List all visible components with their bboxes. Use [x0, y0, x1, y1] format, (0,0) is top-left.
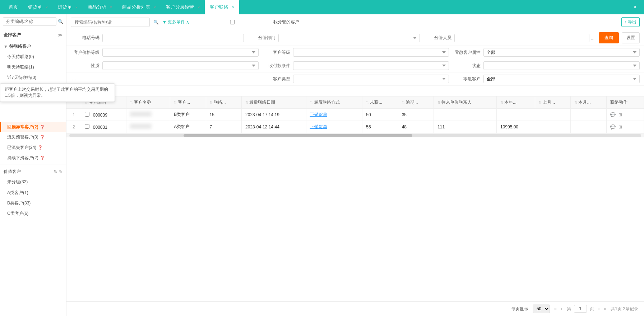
next-page-button[interactable]: › — [597, 306, 601, 312]
sidebar-divider — [0, 165, 66, 165]
row-checkbox-1[interactable] — [85, 112, 89, 117]
table-toolbar: ⚙ — [66, 86, 644, 96]
sidebar-item-repurchase-anomaly[interactable]: 回购异常客户(2) ❓ — [0, 122, 66, 132]
page-number-input[interactable] — [574, 305, 587, 313]
close-icon[interactable]: × — [46, 5, 48, 9]
chat-icon[interactable]: 💬 — [610, 124, 616, 129]
page-unit: 页 — [588, 305, 596, 313]
retail-customer-select[interactable]: 全部 — [483, 75, 640, 83]
query-button[interactable]: 查询 — [599, 32, 619, 43]
phone-input[interactable] — [102, 34, 244, 42]
more-action-icon[interactable]: ⊞ — [618, 124, 622, 129]
th-this-year[interactable]: 本年... — [496, 96, 535, 109]
sidebar-section-pending[interactable]: ▼ 待联络客户 — [0, 41, 66, 52]
more-action-icon[interactable]: ⊞ — [618, 112, 622, 117]
retail-attr-select[interactable]: 全部 — [483, 48, 640, 57]
search-input[interactable] — [71, 18, 150, 27]
more-conditions-button[interactable]: ▼ 更多条件 ∧ — [162, 19, 189, 25]
th-contact-count[interactable]: 联络... — [206, 96, 241, 109]
sidebar-item-today[interactable]: 今天待联络(0) — [0, 52, 66, 62]
th-last-date[interactable]: 最后联络日期 — [242, 96, 306, 109]
row-checkbox-2[interactable] — [85, 124, 89, 129]
question-icon[interactable]: ❓ — [40, 155, 45, 161]
nav-item-home[interactable]: 首页 — [4, 0, 23, 14]
row-last-method-1[interactable]: 下销货单 — [306, 109, 362, 121]
row-last-method-2[interactable]: 下销货单 — [306, 121, 362, 133]
manager-input[interactable] — [454, 34, 589, 42]
sidebar-search-input[interactable] — [3, 17, 56, 26]
horizontal-scrollbar[interactable] — [66, 133, 644, 137]
search-button[interactable]: 🔍 — [153, 20, 159, 25]
scrollbar-thumb[interactable] — [184, 134, 412, 137]
question-icon[interactable]: ❓ — [40, 134, 45, 141]
sidebar-item-b-class[interactable]: B类客户(33) — [0, 198, 66, 208]
nav-item-customer-layer[interactable]: 客户分层经营 × — [161, 0, 205, 14]
pagination: 每页显示 50 « ‹ 第 页 › » 共1页 2条记录 — [66, 301, 644, 316]
edit-icon[interactable]: ✎ — [59, 169, 62, 174]
sidebar-item-7days[interactable]: 近7天待联络(0) — [0, 72, 66, 83]
my-customer-checkbox[interactable] — [193, 20, 272, 24]
filter-extra-dots: ... — [71, 76, 259, 81]
sidebar-item-a-class[interactable]: A类客户(1) — [0, 188, 66, 198]
th-contact-person[interactable]: 往来单位联系人 — [434, 96, 497, 109]
th-type[interactable]: 客户... — [170, 96, 206, 109]
nav-item-customer-contact[interactable]: 客户联络 × — [205, 0, 239, 14]
last-method-link-2[interactable]: 下销货单 — [310, 124, 327, 129]
chat-icon[interactable]: 💬 — [610, 112, 616, 117]
main-layout: 🔍 全部客户 ≫ ▼ 待联络客户 今天待联络(0) 明天待联络(1) 近7天待联… — [0, 14, 644, 316]
page-label: 第 — [565, 305, 573, 313]
prev-page-button[interactable]: ‹ — [560, 306, 564, 312]
payment-select[interactable] — [293, 61, 449, 70]
th-last-month[interactable]: 上月... — [535, 96, 571, 109]
row-name-1 — [126, 109, 170, 121]
refresh-icon[interactable]: ↻ — [54, 169, 57, 174]
th-last-method[interactable]: 最后联络方式 — [306, 96, 362, 109]
filter-row-2: 客户价格等级 客户等级 零散客户属性 全部 — [66, 46, 644, 59]
sidebar-item-declining[interactable]: 持续下滑客户(2) ❓ — [0, 153, 66, 163]
sidebar-item-tomorrow[interactable]: 明天待联络(1) — [0, 62, 66, 72]
row-contact-1: 15 — [206, 109, 241, 121]
extra-dots[interactable]: ... — [71, 76, 77, 81]
status-select[interactable] — [483, 61, 640, 70]
sidebar-all-customer-header[interactable]: 全部客户 ≫ — [0, 29, 66, 41]
collapse-icon[interactable]: ≫ — [58, 33, 62, 38]
question-icon[interactable]: ❓ — [40, 125, 45, 129]
export-button[interactable]: ↑ 导出 — [621, 17, 640, 27]
customer-type-select[interactable] — [293, 75, 449, 83]
question-icon[interactable]: ❓ — [38, 145, 43, 151]
first-page-button[interactable]: « — [553, 306, 558, 312]
th-this-month[interactable]: 本月... — [571, 96, 606, 109]
close-icon[interactable]: × — [198, 5, 200, 9]
filter-row-3: 性质 收付款条件 状态 — [66, 59, 644, 72]
customer-level-select[interactable] — [293, 48, 449, 57]
setting-button[interactable]: 设置 — [622, 32, 640, 43]
dept-select[interactable] — [278, 34, 420, 42]
nav-item-sales[interactable]: 销货单 × — [23, 0, 53, 14]
close-icon[interactable]: × — [75, 5, 78, 9]
phone-label: 电话号码 — [71, 35, 99, 41]
close-icon[interactable]: × — [154, 5, 156, 9]
sidebar-item-churn-warning[interactable]: 流失预警客户(3) ❓ — [0, 132, 66, 142]
close-window-button[interactable]: × — [630, 4, 640, 10]
sidebar-item-churned[interactable]: 已流失客户(24) ❓ — [0, 142, 66, 153]
nav-item-goods-analysis[interactable]: 商品分析 × — [83, 0, 117, 14]
filter-phone: 电话号码 — [71, 34, 244, 42]
price-level-select[interactable] — [102, 48, 259, 57]
my-customer-checkbox-label[interactable]: 我分管的客户 — [193, 19, 299, 25]
manager-dots[interactable]: ... — [589, 36, 596, 41]
nav-item-purchase[interactable]: 进货单 × — [53, 0, 83, 14]
close-icon[interactable]: × — [232, 5, 234, 9]
search-icon[interactable]: 🔍 — [58, 19, 63, 24]
nature-select[interactable] — [102, 61, 259, 70]
th-overdue[interactable]: 逾期... — [398, 96, 434, 109]
price-level-label: 客户价格等级 — [71, 49, 99, 56]
sidebar-item-ungrouped[interactable]: 未分组(32) — [0, 177, 66, 187]
th-name[interactable]: 客户名称 — [126, 96, 170, 109]
close-icon[interactable]: × — [110, 5, 112, 9]
per-page-select[interactable]: 50 — [533, 305, 550, 313]
last-method-link-1[interactable]: 下销货单 — [310, 112, 327, 117]
sidebar-item-c-class[interactable]: C类客户(6) — [0, 208, 66, 219]
th-uncontacted[interactable]: 未联... — [362, 96, 398, 109]
nav-item-goods-list[interactable]: 商品分析列表 × — [117, 0, 161, 14]
last-page-button[interactable]: » — [603, 306, 608, 312]
